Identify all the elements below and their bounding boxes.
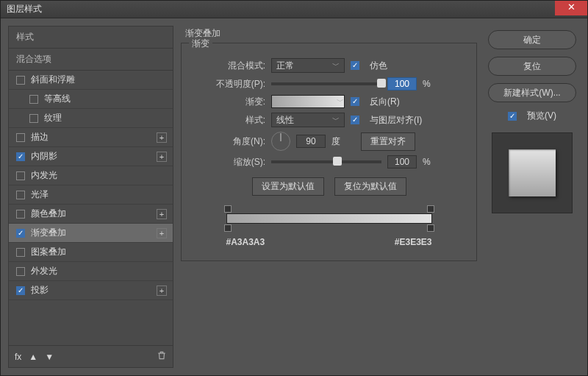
angle-input[interactable]: 90 bbox=[296, 135, 326, 148]
sidebar-item-5[interactable]: 内发光 bbox=[9, 166, 173, 185]
add-effect-icon[interactable]: + bbox=[157, 285, 167, 296]
chevron-down-icon: ﹀ bbox=[332, 115, 340, 125]
style-select[interactable]: 线性﹀ bbox=[271, 113, 345, 127]
reset-align-button[interactable]: 重置对齐 bbox=[361, 132, 415, 151]
gradient-bar[interactable] bbox=[226, 213, 432, 224]
chevron-down-icon: ﹀ bbox=[337, 96, 344, 107]
sidebar-item-label: 颜色叠加 bbox=[31, 207, 66, 220]
sidebar-item-label: 内阴影 bbox=[31, 150, 57, 163]
style-checkbox[interactable] bbox=[16, 229, 25, 238]
dither-checkbox[interactable] bbox=[351, 61, 359, 70]
scale-unit: % bbox=[423, 157, 431, 167]
sidebar-item-6[interactable]: 光泽 bbox=[9, 185, 173, 205]
sidebar-item-8[interactable]: 渐变叠加+ bbox=[9, 224, 173, 243]
panel-title: 渐变叠加 bbox=[185, 27, 477, 40]
reverse-label: 反向(R) bbox=[370, 96, 400, 108]
style-checkbox[interactable] bbox=[16, 133, 25, 142]
sidebar-header-styles[interactable]: 样式 bbox=[9, 26, 173, 49]
add-effect-icon[interactable]: + bbox=[157, 209, 167, 219]
reverse-checkbox[interactable] bbox=[351, 97, 359, 106]
gradient-group: 渐变 混合模式: 正常﹀ 仿色 不透明度(P): 100 % bbox=[181, 43, 477, 261]
color-stop-right[interactable] bbox=[427, 224, 434, 232]
style-checkbox[interactable] bbox=[29, 114, 38, 123]
sidebar-item-10[interactable]: 外发光 bbox=[9, 262, 173, 281]
style-checkbox[interactable] bbox=[16, 171, 25, 180]
sidebar-item-0[interactable]: 斜面和浮雕 bbox=[9, 71, 173, 90]
angle-label: 角度(N): bbox=[192, 135, 265, 148]
add-effect-icon[interactable]: + bbox=[157, 132, 167, 143]
add-effect-icon[interactable]: + bbox=[157, 152, 167, 162]
window-title: 图层样式 bbox=[7, 3, 42, 15]
style-checkbox[interactable] bbox=[29, 95, 38, 104]
dither-label: 仿色 bbox=[370, 60, 387, 72]
reset-default-button[interactable]: 复位为默认值 bbox=[334, 177, 406, 196]
opacity-slider[interactable] bbox=[271, 82, 381, 85]
sidebar-item-2[interactable]: 纹理 bbox=[9, 109, 173, 128]
sidebar-item-label: 纹理 bbox=[44, 112, 62, 124]
sidebar-item-1[interactable]: 等高线 bbox=[9, 90, 173, 109]
opacity-stop-right[interactable] bbox=[427, 205, 434, 213]
sidebar-item-4[interactable]: 内阴影+ bbox=[9, 147, 173, 166]
angle-unit: 度 bbox=[331, 135, 340, 148]
chevron-down-icon: ﹀ bbox=[332, 60, 340, 71]
opacity-unit: % bbox=[423, 79, 431, 89]
arrow-up-icon[interactable]: ▲ bbox=[29, 352, 37, 362]
new-style-button[interactable]: 新建样式(W)... bbox=[488, 83, 576, 102]
sidebar-item-label: 内发光 bbox=[31, 169, 57, 182]
align-checkbox[interactable] bbox=[351, 116, 359, 124]
scale-label: 缩放(S): bbox=[192, 156, 265, 169]
add-effect-icon[interactable]: + bbox=[157, 228, 167, 238]
style-checkbox[interactable] bbox=[16, 286, 25, 295]
blend-mode-label: 混合模式: bbox=[192, 60, 265, 72]
fx-label[interactable]: fx bbox=[15, 352, 21, 362]
right-buttons: 确定 复位 新建样式(W)... 预览(V) bbox=[484, 26, 580, 368]
hex-left: #A3A3A3 bbox=[226, 237, 265, 247]
preview-label: 预览(V) bbox=[527, 110, 556, 122]
align-label: 与图层对齐(I) bbox=[370, 114, 422, 127]
close-button[interactable]: ✕ bbox=[555, 1, 587, 15]
preview-checkbox[interactable] bbox=[508, 112, 517, 121]
cancel-button[interactable]: 复位 bbox=[488, 57, 576, 76]
gradient-swatch[interactable]: ﹀ bbox=[271, 95, 345, 108]
preview-box bbox=[492, 132, 573, 213]
arrow-down-icon[interactable]: ▼ bbox=[45, 352, 54, 362]
style-checkbox[interactable] bbox=[16, 76, 25, 85]
layer-style-dialog: 图层样式 ✕ 样式 混合选项 斜面和浮雕等高线纹理描边+内阴影+内发光光泽颜色叠… bbox=[0, 0, 588, 376]
sidebar-item-label: 外发光 bbox=[31, 265, 57, 277]
sidebar-item-label: 渐变叠加 bbox=[31, 227, 66, 239]
sidebar-item-label: 光泽 bbox=[31, 188, 49, 201]
sidebar-item-9[interactable]: 图案叠加 bbox=[9, 243, 173, 262]
hex-right: #E3E3E3 bbox=[395, 237, 432, 247]
scale-slider[interactable] bbox=[271, 160, 381, 163]
ok-button[interactable]: 确定 bbox=[488, 30, 576, 49]
sidebar-item-label: 斜面和浮雕 bbox=[31, 74, 75, 86]
style-checkbox[interactable] bbox=[16, 191, 25, 199]
style-checkbox[interactable] bbox=[16, 152, 25, 161]
trash-icon[interactable] bbox=[157, 350, 167, 363]
opacity-input[interactable]: 100 bbox=[387, 77, 417, 91]
gradient-label: 渐变: bbox=[192, 96, 265, 108]
style-checkbox[interactable] bbox=[16, 248, 25, 257]
main-panel: 渐变叠加 渐变 混合模式: 正常﹀ 仿色 不透明度(P): 100 bbox=[181, 26, 477, 368]
make-default-button[interactable]: 设置为默认值 bbox=[252, 177, 324, 196]
sidebar-item-3[interactable]: 描边+ bbox=[9, 128, 173, 147]
blend-mode-select[interactable]: 正常﹀ bbox=[271, 58, 345, 73]
styles-sidebar: 样式 混合选项 斜面和浮雕等高线纹理描边+内阴影+内发光光泽颜色叠加+渐变叠加+… bbox=[8, 26, 173, 368]
style-checkbox[interactable] bbox=[16, 267, 25, 276]
opacity-label: 不透明度(P): bbox=[192, 78, 265, 91]
color-stop-left[interactable] bbox=[224, 224, 232, 232]
opacity-stop-left[interactable] bbox=[224, 205, 232, 213]
scale-input[interactable]: 100 bbox=[387, 155, 417, 169]
preview-swatch bbox=[509, 149, 556, 196]
angle-dial[interactable] bbox=[271, 132, 290, 151]
sidebar-item-11[interactable]: 投影+ bbox=[9, 281, 173, 300]
sidebar-item-7[interactable]: 颜色叠加+ bbox=[9, 205, 173, 224]
sidebar-header-blend[interactable]: 混合选项 bbox=[9, 49, 173, 71]
sidebar-item-label: 等高线 bbox=[44, 93, 71, 105]
gradient-editor[interactable]: #A3A3A3 #E3E3E3 bbox=[226, 213, 432, 247]
style-checkbox[interactable] bbox=[16, 210, 25, 219]
group-label: 渐变 bbox=[189, 38, 212, 50]
titlebar[interactable]: 图层样式 ✕ bbox=[1, 1, 587, 18]
sidebar-item-label: 投影 bbox=[31, 284, 49, 297]
sidebar-footer: fx ▲ ▼ bbox=[9, 345, 173, 367]
